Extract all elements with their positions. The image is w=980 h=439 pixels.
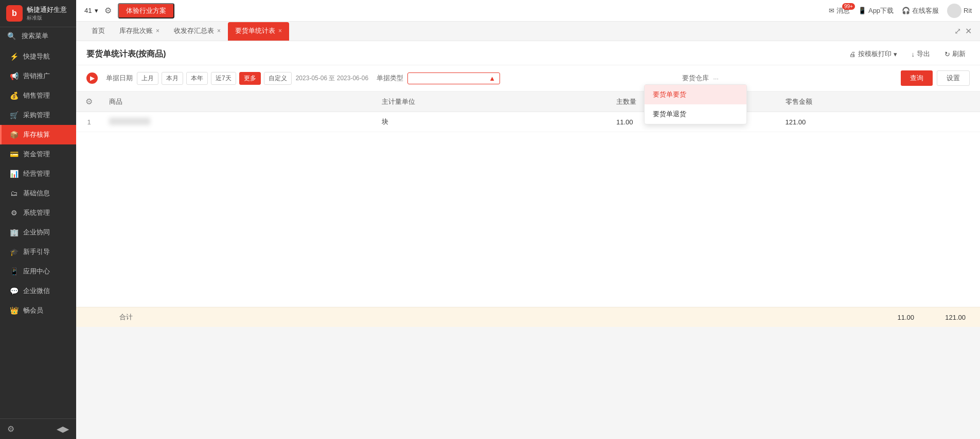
sidebar-item-sales[interactable]: 💰销售管理 bbox=[0, 86, 76, 105]
sidebar-item-shortcut[interactable]: ⚡快捷导航 bbox=[0, 47, 76, 66]
print-btn[interactable]: 🖨 按模板打印 ▾ bbox=[845, 47, 901, 61]
logo-icon: b bbox=[6, 5, 23, 22]
empty-space bbox=[76, 132, 980, 307]
type-dropdown: 要货单要货 要货单退货 bbox=[644, 84, 747, 124]
sidebar-item-guide[interactable]: 🎓新手引导 bbox=[0, 242, 76, 262]
refresh-btn[interactable]: ↻ 刷新 bbox=[940, 47, 970, 61]
sidebar-item-member[interactable]: 👑畅会员 bbox=[0, 301, 76, 320]
message-badge: 99+ bbox=[842, 3, 855, 10]
table-container: ⚙ 商品 主计量单位 主数量 零售金额 1 bbox=[76, 92, 980, 132]
user-avatar[interactable]: Rit bbox=[947, 4, 972, 18]
date-filter-group: 单据日期 上月 本月 本年 近7天 更多 自定义 2023-05-06 至 20… bbox=[106, 72, 368, 85]
more-dates-btn[interactable]: 更多 bbox=[239, 72, 261, 85]
sidebar-item-wechat[interactable]: 💬企业微信 bbox=[0, 281, 76, 301]
tab-inventory-batch[interactable]: 库存批次账 × bbox=[112, 22, 167, 41]
guide-icon: 🎓 bbox=[9, 248, 19, 256]
query-btn[interactable]: 查询 bbox=[901, 70, 933, 86]
sidebar-item-purchase[interactable]: 🛒采购管理 bbox=[0, 105, 76, 125]
last-7days-btn[interactable]: 近7天 bbox=[211, 72, 236, 85]
page-header: 要货单统计表(按商品) 🖨 按模板打印 ▾ ↓ 导出 ↻ 刷新 bbox=[76, 41, 980, 65]
tab-close-all-icon[interactable]: ✕ bbox=[965, 26, 972, 36]
sidebar-item-label: 资金管理 bbox=[23, 150, 50, 159]
tab-receive-summary[interactable]: 收发存汇总表 × bbox=[167, 22, 228, 41]
filter-bar: ▶ 单据日期 上月 本月 本年 近7天 更多 自定义 2023-05-06 至 … bbox=[76, 65, 980, 92]
export-label: 导出 bbox=[917, 49, 930, 59]
store-selector[interactable]: 41 ▾ bbox=[84, 7, 98, 14]
warehouse-filter-group: 要货仓库 ··· bbox=[682, 74, 719, 83]
filter-action-btns: 查询 设置 bbox=[901, 70, 970, 86]
sidebar-item-enterprise[interactable]: 🏢企业协同 bbox=[0, 223, 76, 242]
tab-receive-summary-close[interactable]: × bbox=[217, 27, 221, 34]
col-amount: 零售金额 bbox=[778, 92, 980, 112]
row-product bbox=[102, 112, 375, 132]
col-settings-icon[interactable]: ⚙ bbox=[85, 97, 93, 106]
this-year-btn[interactable]: 本年 bbox=[186, 72, 208, 85]
sidebar-item-label: 新手引导 bbox=[23, 247, 50, 257]
refresh-label: 刷新 bbox=[952, 49, 966, 59]
inventory-icon: 📦 bbox=[9, 131, 19, 139]
chevron-down-icon: ▾ bbox=[95, 7, 98, 14]
app-download-btn[interactable]: 📱 App下载 bbox=[858, 6, 894, 15]
col-product: 商品 bbox=[102, 92, 375, 112]
sidebar-item-finance[interactable]: 💳资金管理 bbox=[0, 144, 76, 164]
tab-order-summary[interactable]: 要货单统计表 × bbox=[228, 22, 289, 41]
settings-btn[interactable]: 设置 bbox=[937, 70, 970, 86]
member-icon: 👑 bbox=[9, 306, 19, 315]
settings-icon[interactable]: ⚙ bbox=[7, 424, 14, 434]
support-btn[interactable]: 🎧 在线客服 bbox=[902, 6, 939, 15]
page-content: 要货单统计表(按商品) 🖨 按模板打印 ▾ ↓ 导出 ↻ 刷新 bbox=[76, 41, 980, 439]
dropdown-item-order-goods-label: 要货单要货 bbox=[653, 90, 686, 98]
tab-receive-summary-label: 收发存汇总表 bbox=[174, 26, 214, 35]
sidebar-item-inventory[interactable]: 📦库存核算 bbox=[0, 125, 76, 144]
row-unit: 块 bbox=[375, 112, 609, 132]
warehouse-more-icon[interactable]: ··· bbox=[713, 75, 719, 82]
sidebar-item-marketing[interactable]: 📢营销推广 bbox=[0, 66, 76, 86]
message-btn[interactable]: ✉ 消息 99+ bbox=[829, 6, 850, 15]
sidebar-bottom: ⚙ ◀▶ bbox=[0, 418, 76, 439]
custom-date-btn[interactable]: 自定义 bbox=[264, 72, 292, 85]
sidebar-item-label: 快捷导航 bbox=[23, 52, 50, 61]
table-body: 1 块 11.00 121.00 bbox=[76, 112, 980, 132]
table-row: 1 块 11.00 121.00 bbox=[76, 112, 980, 132]
dropdown-item-order-goods[interactable]: 要货单要货 bbox=[645, 85, 746, 104]
type-filter-label: 单据类型 bbox=[377, 74, 403, 83]
search-label: 搜索菜单 bbox=[22, 31, 48, 41]
tab-inventory-batch-label: 库存批次账 bbox=[119, 26, 153, 35]
tab-order-summary-close[interactable]: × bbox=[278, 27, 282, 34]
date-range-display: 2023-05-06 至 2023-06-06 bbox=[296, 74, 368, 83]
topbar: 41 ▾ ⚙ 体验行业方案 ✉ 消息 99+ 📱 App下载 🎧 在线客服 R bbox=[76, 0, 980, 22]
footer-amount: 121.00 bbox=[932, 314, 973, 321]
type-select[interactable]: ▲ bbox=[407, 72, 500, 84]
sidebar-item-system[interactable]: ⚙系统管理 bbox=[0, 203, 76, 223]
support-label: 在线客服 bbox=[912, 6, 939, 15]
store-number: 41 bbox=[84, 7, 92, 14]
prev-month-btn[interactable]: 上月 bbox=[137, 72, 158, 85]
filter-expand-btn[interactable]: ▶ bbox=[86, 72, 98, 84]
warehouse-filter-label: 要货仓库 bbox=[682, 74, 709, 83]
collapse-icon[interactable]: ◀▶ bbox=[57, 424, 69, 434]
dropdown-item-order-return[interactable]: 要货单退货 bbox=[645, 104, 746, 124]
search-menu[interactable]: 🔍 搜索菜单 bbox=[0, 27, 76, 45]
this-month-btn[interactable]: 本月 bbox=[162, 72, 183, 85]
search-icon: 🔍 bbox=[7, 32, 17, 40]
col-settings[interactable]: ⚙ bbox=[76, 92, 102, 112]
system-icon: ⚙ bbox=[9, 209, 19, 217]
refresh-icon: ↻ bbox=[945, 50, 950, 58]
tab-inventory-batch-close[interactable]: × bbox=[156, 27, 159, 34]
phone-icon: 📱 bbox=[858, 7, 866, 14]
wechat-icon: 💬 bbox=[9, 287, 19, 295]
chevron-up-icon: ▲ bbox=[489, 75, 495, 82]
message-icon: ✉ bbox=[829, 7, 834, 14]
headset-icon: 🎧 bbox=[902, 7, 910, 14]
tab-home[interactable]: 首页 bbox=[84, 22, 112, 41]
sidebar-item-apps[interactable]: 📱应用中心 bbox=[0, 262, 76, 281]
sidebar-item-label: 营销推广 bbox=[23, 71, 50, 81]
topbar-settings-icon[interactable]: ⚙ bbox=[104, 6, 112, 15]
avatar-img bbox=[947, 4, 961, 18]
export-btn[interactable]: ↓ 导出 bbox=[907, 47, 935, 61]
sidebar-item-operation[interactable]: 📊经营管理 bbox=[0, 164, 76, 184]
tab-maximize-icon[interactable]: ⤢ bbox=[954, 26, 961, 36]
dropdown-item-order-return-label: 要货单退货 bbox=[653, 110, 686, 118]
sidebar-item-basic[interactable]: 🗂基础信息 bbox=[0, 184, 76, 203]
promo-button[interactable]: 体验行业方案 bbox=[118, 3, 174, 19]
